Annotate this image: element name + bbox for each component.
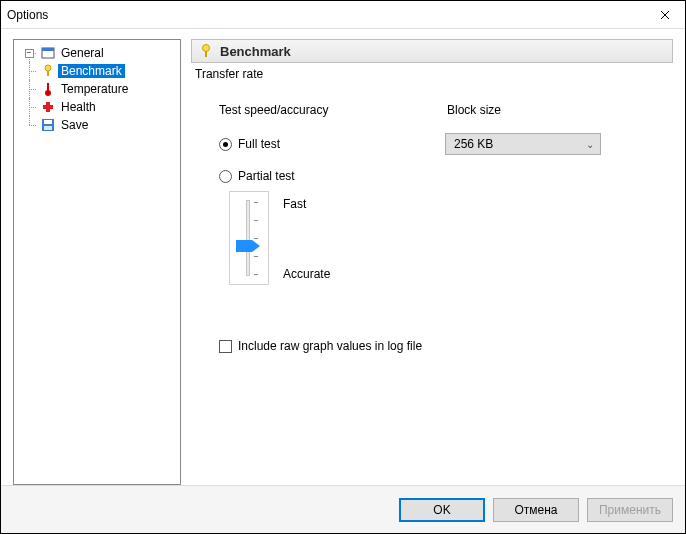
- speed-accuracy-slider[interactable]: [229, 191, 269, 285]
- blocksize-select[interactable]: 256 KB ⌄: [445, 133, 601, 155]
- sidebar-tree[interactable]: − General Benchmark Temperature Health: [13, 39, 181, 485]
- body: − General Benchmark Temperature Health: [1, 29, 685, 485]
- sidebar-item-label: Benchmark: [58, 64, 125, 78]
- svg-rect-1: [42, 48, 54, 51]
- label-fast: Fast: [283, 197, 306, 211]
- panel-benchmark: Benchmark Transfer rate Test speed/accur…: [191, 39, 673, 485]
- label-accurate: Accurate: [283, 267, 330, 281]
- chevron-down-icon: ⌄: [586, 139, 594, 150]
- close-button[interactable]: [645, 1, 685, 29]
- checkbox-icon: [219, 340, 232, 353]
- radio-label: Full test: [238, 137, 280, 151]
- slider-track: [246, 200, 250, 276]
- checkbox-label: Include raw graph values in log file: [238, 339, 422, 353]
- sidebar-item-general[interactable]: − General: [14, 44, 180, 62]
- panel-title: Benchmark: [220, 44, 291, 59]
- slider-ticks: [254, 202, 260, 274]
- sidebar-item-save[interactable]: Save: [14, 116, 180, 134]
- radio-label: Partial test: [238, 169, 295, 183]
- window-title: Options: [7, 8, 48, 22]
- apply-button[interactable]: Применить: [587, 498, 673, 522]
- radio-icon: [219, 138, 232, 151]
- cancel-button[interactable]: Отмена: [493, 498, 579, 522]
- benchmark-icon: [40, 63, 56, 79]
- label-test-speed: Test speed/accuracy: [219, 103, 328, 117]
- temperature-icon: [40, 81, 56, 97]
- sidebar-item-label: Save: [58, 118, 91, 132]
- svg-rect-8: [44, 126, 52, 130]
- sidebar-item-label: Temperature: [58, 82, 131, 96]
- options-dialog: Options − General Benchmark Temperature: [0, 0, 686, 534]
- sidebar-item-label: General: [58, 46, 107, 60]
- svg-rect-10: [205, 51, 207, 57]
- svg-point-9: [203, 45, 210, 52]
- svg-point-5: [45, 90, 51, 96]
- save-icon: [40, 117, 56, 133]
- checkbox-include-raw[interactable]: Include raw graph values in log file: [219, 339, 422, 353]
- sidebar-item-benchmark[interactable]: Benchmark: [14, 62, 180, 80]
- ok-button[interactable]: OK: [399, 498, 485, 522]
- svg-point-2: [45, 65, 51, 71]
- sidebar-item-health[interactable]: Health: [14, 98, 180, 116]
- titlebar: Options: [1, 1, 685, 29]
- general-icon: [40, 45, 56, 61]
- panel-header: Benchmark: [191, 39, 673, 63]
- health-icon: [40, 99, 56, 115]
- label-block-size: Block size: [447, 103, 501, 117]
- collapse-icon[interactable]: −: [25, 49, 34, 58]
- group-transfer-rate: Transfer rate: [195, 67, 263, 81]
- svg-rect-4: [47, 83, 49, 91]
- benchmark-icon: [198, 43, 214, 59]
- radio-icon: [219, 170, 232, 183]
- slider-thumb[interactable]: [236, 240, 260, 252]
- radio-full-test[interactable]: Full test: [219, 137, 280, 151]
- sidebar-item-label: Health: [58, 100, 99, 114]
- select-value: 256 KB: [454, 137, 493, 151]
- close-icon: [660, 10, 670, 20]
- dialog-buttons: OK Отмена Применить: [1, 485, 685, 533]
- svg-rect-3: [47, 71, 49, 76]
- sidebar-item-temperature[interactable]: Temperature: [14, 80, 180, 98]
- radio-partial-test[interactable]: Partial test: [219, 169, 295, 183]
- svg-rect-7: [44, 120, 52, 124]
